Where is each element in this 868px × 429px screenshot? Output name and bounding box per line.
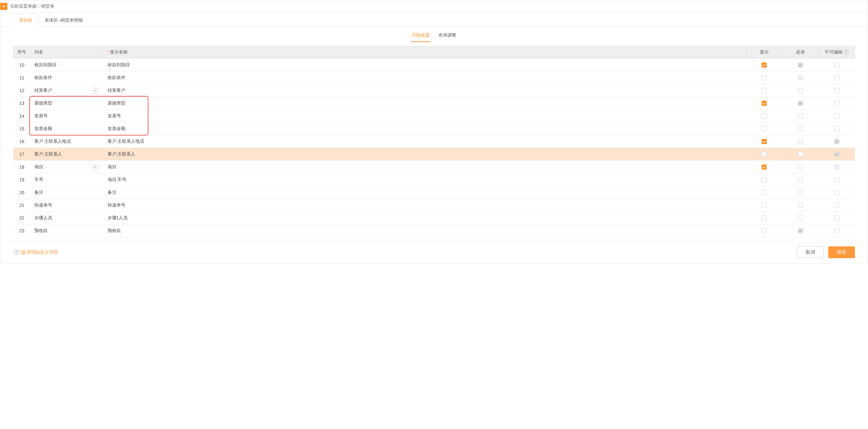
cell-seq: 21 [13,199,31,211]
main-tab-1[interactable]: 表体区–销货单明细 [38,14,89,26]
cell-required [782,97,819,110]
cell-display-name[interactable]: 项目.车号 [104,173,746,186]
add-child-field-button[interactable]: + [92,88,98,93]
cell-seq: 19 [13,173,31,186]
main-tab-0[interactable]: 表头区 [13,14,38,27]
required-checkbox[interactable] [798,165,803,170]
show-checkbox[interactable] [762,101,767,106]
readonly-checkbox[interactable] [834,126,839,131]
save-button[interactable]: 保存 [828,247,855,258]
show-checkbox[interactable] [762,88,767,93]
cell-colname: 结算客户+ [31,84,104,97]
show-checkbox[interactable] [762,62,767,67]
add-child-field-button[interactable]: + [92,164,98,170]
readonly-checkbox[interactable] [834,88,839,93]
cell-seq: 22 [13,211,31,224]
required-checkbox[interactable] [798,139,803,144]
required-checkbox[interactable] [798,88,803,93]
cell-display-name[interactable]: 结算客户 [104,84,746,97]
show-checkbox[interactable] [762,228,767,233]
readonly-checkbox[interactable] [834,177,839,182]
cell-show [746,59,782,72]
table-row: 21快递单号快递单号 [13,199,855,211]
required-star-icon: * [107,49,109,55]
readonly-checkbox[interactable] [834,203,839,208]
cell-display-name[interactable]: 预收款 [104,224,746,237]
table-row: 13票据类型票据类型 [13,97,855,110]
readonly-checkbox[interactable] [834,62,839,67]
cell-display-name[interactable]: 发票号 [104,110,746,122]
cell-display-name[interactable]: 发票金额 [104,122,746,135]
show-checkbox[interactable] [762,152,767,157]
cell-display-name[interactable]: 收款到期日 [104,59,746,72]
required-checkbox[interactable] [798,126,803,131]
cell-required [782,135,819,148]
cell-show [746,224,782,237]
cell-readonly [819,161,855,173]
help-icon[interactable]: ? [14,250,19,255]
readonly-checkbox[interactable] [834,190,839,195]
cell-display-name[interactable]: 收款条件 [104,72,746,84]
show-checkbox[interactable] [762,190,767,195]
manage-custom-fields-link[interactable]: 管理自定义字段 [21,250,58,255]
fields-table: 序号 列名 *显示名称 显示 必录 不可编辑? 10收款到期日收款到期日11收款… [13,46,855,237]
show-checkbox[interactable] [762,216,767,221]
cell-display-name[interactable]: 票据类型 [104,97,746,110]
readonly-checkbox [834,152,839,157]
cell-show [746,135,782,148]
readonly-checkbox[interactable] [834,228,839,233]
cell-required [782,148,819,161]
sub-tabs: 字段设置布局调整 [411,31,457,42]
readonly-checkbox[interactable] [834,101,839,106]
show-checkbox[interactable] [762,113,767,119]
cell-seq: 20 [13,186,31,199]
cell-display-name[interactable]: 步骤1人员 [104,211,746,224]
readonly-checkbox[interactable] [834,216,839,221]
th-required: 必录 [782,46,819,59]
show-checkbox[interactable] [762,126,767,131]
required-checkbox[interactable] [798,216,803,221]
required-checkbox[interactable] [798,203,803,208]
cell-required [782,110,819,122]
cell-readonly [819,59,855,72]
readonly-checkbox[interactable] [834,75,839,80]
required-checkbox [798,75,803,80]
required-checkbox[interactable] [798,190,803,195]
help-icon[interactable]: ? [844,50,848,55]
cell-required [782,161,819,173]
show-checkbox[interactable] [762,165,767,170]
colname-text: 步骤人员 [34,215,52,221]
cell-colname: 收款条件 [31,72,104,84]
cell-display-name[interactable]: 项目 [104,161,746,173]
cell-show [746,186,782,199]
show-checkbox[interactable] [762,203,767,208]
colname-text: 车号 [34,177,43,182]
cell-show [746,84,782,97]
cell-readonly [819,224,855,237]
readonly-checkbox[interactable] [834,113,839,119]
show-checkbox[interactable] [762,139,767,144]
cell-display-name[interactable]: 备注 [104,186,746,199]
cell-seq: 17 [13,148,31,161]
required-checkbox[interactable] [798,177,803,182]
cell-display-name[interactable]: 客户.主联系人 [104,148,746,161]
required-checkbox[interactable] [798,113,803,119]
cell-display-name[interactable]: 客户.主联系人电话 [104,135,746,148]
cancel-button[interactable]: 取消 [797,247,824,258]
required-checkbox[interactable] [798,152,803,157]
cell-seq: 12 [13,84,31,97]
colname-text: 预收款 [34,228,48,234]
cell-readonly [819,135,855,148]
show-checkbox[interactable] [762,75,767,80]
table-row: 11收款条件收款条件 [13,72,855,84]
cell-required [782,186,819,199]
sub-tab-0[interactable]: 字段设置 [411,31,430,42]
expand-panel-button[interactable] [0,3,7,10]
cell-display-name[interactable]: 快递单号 [104,199,746,211]
table-row: 23预收款预收款 [13,224,855,237]
show-checkbox[interactable] [762,177,767,182]
sub-tab-1[interactable]: 布局调整 [438,31,457,42]
cell-readonly [819,97,855,110]
th-readonly: 不可编辑? [819,46,855,59]
svg-point-0 [23,252,24,253]
